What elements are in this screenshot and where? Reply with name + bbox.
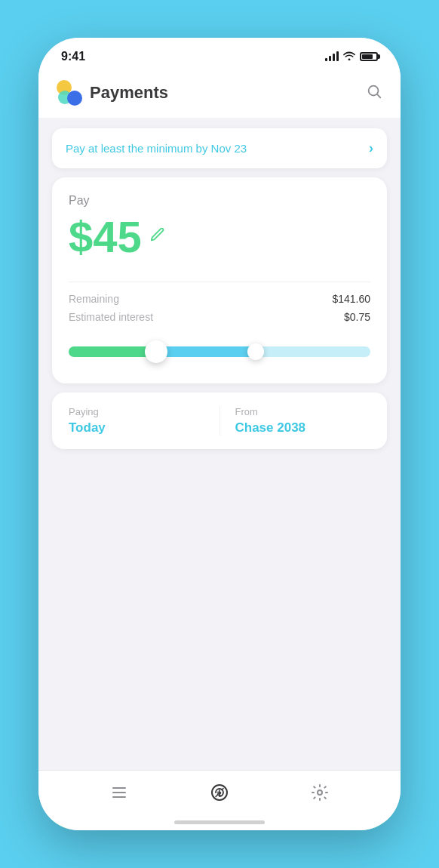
svg-line-1 — [377, 94, 380, 97]
header: Payments — [38, 72, 401, 118]
status-icons — [325, 51, 378, 63]
pay-amount-row: $45 — [69, 215, 370, 259]
search-icon[interactable] — [366, 83, 382, 103]
status-time: 9:41 — [61, 50, 85, 63]
interest-label: Estimated interest — [69, 311, 153, 323]
paying-label: Paying — [69, 406, 204, 417]
remaining-label: Remaining — [69, 293, 119, 305]
signal-icon — [325, 52, 339, 61]
info-divider — [220, 406, 220, 436]
page-title: Payments — [90, 83, 168, 103]
app-logo — [57, 80, 82, 106]
edit-icon[interactable] — [149, 226, 166, 248]
phone-frame: 9:41 — [38, 38, 401, 830]
alert-banner[interactable]: Pay at least the minimum by Nov 23 › — [52, 128, 387, 168]
svg-point-6 — [318, 790, 322, 795]
content-area: Pay at least the minimum by Nov 23 › Pay… — [38, 118, 401, 776]
list-icon — [110, 783, 128, 806]
from-label: From — [235, 406, 371, 417]
pay-amount: $45 — [69, 215, 142, 259]
pay-details: Remaining $141.60 Estimated interest $0.… — [69, 282, 370, 323]
slider-track — [69, 346, 370, 357]
interest-row: Estimated interest $0.75 — [69, 311, 370, 323]
slider-thumb-left[interactable] — [145, 340, 167, 363]
svg-rect-4 — [112, 796, 126, 798]
from-value: Chase 2038 — [235, 420, 371, 436]
alert-chevron-icon: › — [369, 140, 373, 156]
payment-slider[interactable] — [69, 338, 370, 365]
tab-payments[interactable] — [203, 778, 236, 811]
settings-icon — [311, 783, 329, 806]
alert-text: Pay at least the minimum by Nov 23 — [66, 142, 247, 155]
paying-value: Today — [69, 420, 204, 436]
remaining-row: Remaining $141.60 — [69, 293, 370, 305]
pay-label: Pay — [69, 194, 370, 208]
pay-card: Pay $45 Remaining $141.60 Estimated inte… — [52, 177, 387, 383]
slider-thumb-right[interactable] — [247, 343, 264, 360]
remaining-value: $141.60 — [332, 293, 370, 305]
from-col[interactable]: From Chase 2038 — [235, 406, 371, 436]
tab-settings[interactable] — [303, 778, 336, 811]
paying-col[interactable]: Paying Today — [69, 406, 204, 436]
svg-rect-3 — [112, 792, 126, 793]
battery-icon — [360, 52, 378, 61]
home-indicator — [174, 820, 265, 824]
svg-rect-2 — [112, 787, 126, 789]
header-left: Payments — [57, 80, 168, 106]
interest-value: $0.75 — [344, 311, 370, 323]
payment-info-card: Paying Today From Chase 2038 — [52, 392, 387, 449]
status-bar: 9:41 — [38, 38, 401, 72]
payments-icon — [210, 783, 229, 807]
wifi-icon — [343, 51, 355, 63]
tab-list[interactable] — [103, 778, 136, 811]
